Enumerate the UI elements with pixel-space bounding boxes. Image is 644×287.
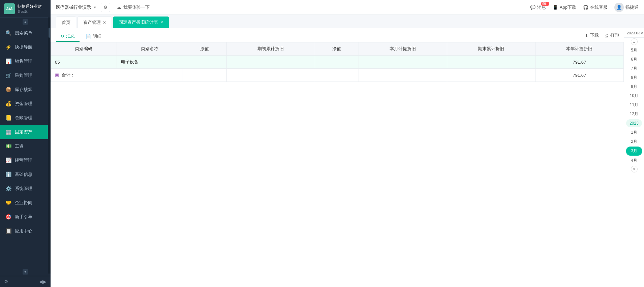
cell-monthly-depreciation bbox=[359, 56, 447, 69]
sidebar-item-label: 企业协同 bbox=[15, 200, 32, 206]
sidebar-item-label: 采购管理 bbox=[15, 72, 32, 78]
col-header-yearly-depreciation: 本年计提折旧 bbox=[535, 42, 623, 56]
summary-icon: ↺ bbox=[61, 34, 64, 39]
sidebar-item-finance[interactable]: 💰 资金管理 bbox=[0, 97, 51, 111]
cell-yearly-depreciation: 791.67 bbox=[535, 56, 623, 69]
system-icon: ⚙️ bbox=[5, 186, 11, 192]
page-content: ↺ 汇总 📄 明细 ⬇ 下载 🖨 打印 ↻ 刷新 bbox=[51, 28, 644, 287]
panel-year-2023: 2023 bbox=[626, 119, 642, 127]
panel-month-6[interactable]: 6月 bbox=[624, 55, 644, 64]
settings-icon[interactable]: ⚙ bbox=[4, 279, 8, 284]
panel-nav-down[interactable]: ▼ bbox=[631, 166, 638, 172]
collapse-icon[interactable]: ◀▶ bbox=[39, 279, 47, 284]
tab-home[interactable]: 首页 bbox=[56, 17, 76, 28]
experience-label: 我要体验一下 bbox=[123, 4, 150, 10]
total-monthly-depreciation bbox=[359, 69, 447, 82]
sidebar-item-salary[interactable]: 💵 工资 bbox=[0, 139, 51, 153]
tab-home-label: 首页 bbox=[62, 20, 70, 26]
total-yearly-depreciation: 791.67 bbox=[535, 69, 623, 82]
base-info-icon: ℹ️ bbox=[5, 171, 11, 178]
sidebar-item-sales[interactable]: 📊 销售管理 bbox=[0, 54, 51, 68]
sidebar-item-corp-collab[interactable]: 🤝 企业协同 bbox=[0, 196, 51, 210]
sub-tab-detail-label: 明细 bbox=[93, 33, 101, 39]
company-chevron-icon: ▼ bbox=[93, 5, 97, 9]
app-download-button[interactable]: 📱 App下载 bbox=[553, 4, 576, 10]
download-button[interactable]: ⬇ 下载 bbox=[585, 32, 599, 38]
app-logo-icon: AtA bbox=[4, 3, 15, 14]
panel-month-12[interactable]: 12月 bbox=[624, 109, 644, 119]
panel-month-10[interactable]: 10月 bbox=[624, 91, 644, 100]
sidebar-item-operations[interactable]: 📈 经营管理 bbox=[0, 153, 51, 167]
gear-icon: ⚙ bbox=[103, 5, 108, 10]
sidebar-item-label: 总账管理 bbox=[15, 115, 32, 121]
tabs-bar: 首页 资产管理 ✕ 固定资产折旧统计表 ✕ bbox=[51, 15, 644, 28]
panel-month-7[interactable]: 7月 bbox=[624, 64, 644, 73]
sidebar-scroll-down[interactable]: ▼ bbox=[23, 269, 28, 275]
sub-tab-summary[interactable]: ↺ 汇总 bbox=[56, 31, 80, 42]
table-row: 05 电子设备 791.67 bbox=[51, 56, 624, 69]
sidebar-item-label: 搜索菜单 bbox=[15, 30, 32, 36]
panel-month-3-current[interactable]: 3月 bbox=[626, 147, 642, 156]
sidebar-logo: AtA 畅捷通好业财 普及版 bbox=[0, 0, 51, 18]
sidebar-item-system[interactable]: ⚙️ 系统管理 bbox=[0, 182, 51, 196]
company-name: 医疗器械行业演示 bbox=[56, 4, 91, 10]
panel-month-4[interactable]: 4月 bbox=[624, 156, 644, 165]
tab-asset-mgmt-close[interactable]: ✕ bbox=[103, 20, 106, 25]
download-label: 下载 bbox=[590, 32, 599, 38]
sidebar-item-app-center[interactable]: 🔲 应用中心 bbox=[0, 224, 51, 238]
download-icon: 📱 bbox=[553, 5, 558, 10]
search-icon: 🔍 bbox=[5, 30, 11, 36]
panel-nav-up[interactable]: ▲ bbox=[631, 38, 638, 45]
sidebar-item-search[interactable]: 🔍 搜索菜单 bbox=[0, 26, 51, 40]
panel-month-5[interactable]: 5月 bbox=[624, 46, 644, 55]
sidebar-item-quick-nav[interactable]: ⚡ 快捷导航 bbox=[0, 40, 51, 54]
topbar-settings-button[interactable]: ⚙ bbox=[101, 3, 110, 12]
sub-tab-detail[interactable]: 📄 明细 bbox=[81, 31, 106, 41]
sidebar-item-ledger[interactable]: 📒 总账管理 bbox=[0, 111, 51, 125]
col-header-net-value: 净值 bbox=[315, 42, 359, 56]
cloud-icon: ☁ bbox=[117, 5, 121, 10]
sidebar-item-guide[interactable]: 🎯 新手引导 bbox=[0, 210, 51, 224]
company-selector[interactable]: 医疗器械行业演示 ▼ bbox=[56, 4, 97, 10]
user-menu[interactable]: 👤 畅捷通 bbox=[614, 3, 639, 12]
sidebar-item-inventory[interactable]: 📦 库存核算 bbox=[0, 83, 51, 97]
experience-button[interactable]: ☁ 我要体验一下 bbox=[117, 4, 150, 10]
tab-fixed-asset-depreciation[interactable]: 固定资产折旧统计表 ✕ bbox=[113, 17, 169, 28]
download-icon: ⬇ bbox=[585, 33, 588, 38]
headset-icon: 🎧 bbox=[583, 5, 588, 10]
sidebar-item-base-info[interactable]: ℹ️ 基础信息 bbox=[0, 167, 51, 182]
cell-name: 电子设备 bbox=[117, 56, 183, 69]
panel-month-1[interactable]: 1月 bbox=[624, 128, 644, 137]
inventory-icon: 📦 bbox=[5, 87, 11, 93]
panel-date-label: 2023.03 bbox=[627, 31, 640, 35]
sidebar-item-purchase[interactable]: 🛒 采购管理 bbox=[0, 68, 51, 83]
guide-icon: 🎯 bbox=[5, 214, 11, 220]
depreciation-table: 类别编码 类别名称 原值 期初累计折旧 净值 本月计提折旧 期末累计折旧 本年计… bbox=[51, 42, 624, 82]
panel-month-9[interactable]: 9月 bbox=[624, 82, 644, 91]
sidebar-item-label: 工资 bbox=[15, 143, 24, 149]
notifications-button[interactable]: 💬 消息 99+ bbox=[530, 4, 546, 10]
panel-header-icons: ✕ ⛶ bbox=[640, 30, 644, 35]
cell-net-value bbox=[315, 56, 359, 69]
sidebar-bottom: ⚙ ◀▶ bbox=[0, 276, 51, 287]
sub-tab-summary-label: 汇总 bbox=[66, 33, 75, 39]
salary-icon: 💵 bbox=[5, 143, 11, 149]
panel-header: 2023.03 ✕ ⛶ bbox=[624, 28, 644, 38]
app-logo-text: 畅捷通好业财 普及版 bbox=[18, 4, 42, 14]
panel-month-8[interactable]: 8月 bbox=[624, 73, 644, 82]
app-center-icon: 🔲 bbox=[5, 228, 11, 234]
sidebar-scroll-up[interactable]: ▲ bbox=[23, 19, 28, 25]
col-header-name: 类别名称 bbox=[117, 42, 183, 56]
panel-month-11[interactable]: 11月 bbox=[624, 100, 644, 109]
panel-close-icon[interactable]: ✕ bbox=[640, 30, 644, 35]
panel-month-2[interactable]: 2月 bbox=[624, 137, 644, 146]
sidebar-item-fixed-assets[interactable]: 🏢 固定资产 bbox=[0, 125, 51, 139]
sidebar-scroll: 🔍 搜索菜单 ⚡ 快捷导航 📊 销售管理 🛒 采购管理 📦 库存核算 💰 资金管… bbox=[0, 26, 51, 268]
tab-fixed-asset-depreciation-close[interactable]: ✕ bbox=[160, 20, 163, 25]
tab-asset-mgmt-label: 资产管理 bbox=[83, 20, 101, 26]
sidebar: AtA 畅捷通好业财 普及版 ▲ 🔍 搜索菜单 ⚡ 快捷导航 📊 销售管理 🛒 … bbox=[0, 0, 51, 287]
online-service-button[interactable]: 🎧 在线客服 bbox=[583, 4, 608, 10]
tab-asset-mgmt[interactable]: 资产管理 ✕ bbox=[78, 17, 112, 28]
print-button[interactable]: 🖨 打印 bbox=[604, 32, 619, 38]
col-header-monthly-depreciation: 本月计提折旧 bbox=[359, 42, 447, 56]
